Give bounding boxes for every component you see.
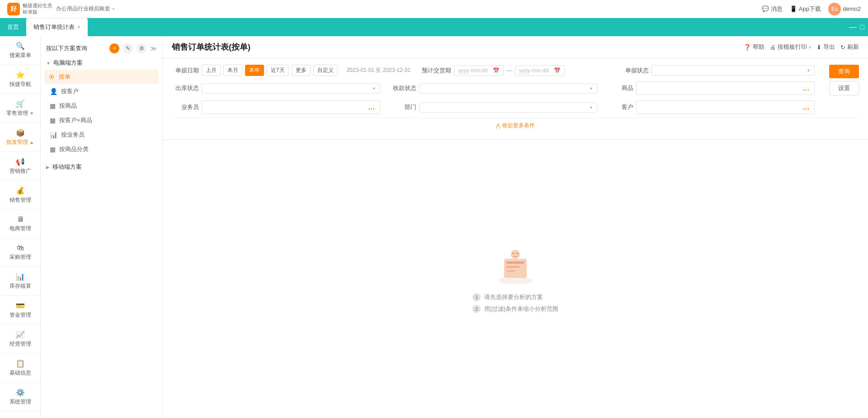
salesperson-input[interactable]: … — [202, 100, 380, 114]
finance-icon: 💳 — [0, 301, 40, 310]
sidebar-item-operation[interactable]: 📈 经营管理 — [0, 325, 40, 354]
message-icon: 💬 — [762, 5, 769, 12]
calendar-end-icon[interactable]: 📅 — [554, 67, 561, 74]
filter-main: 单据日期 上月 本月 本年 近7天 更多 自定义 — [172, 65, 815, 114]
logo-area: 好 畅捷通好生意 标准版 — [7, 3, 52, 15]
page-title: 销售订单统计表(按单) — [172, 42, 250, 52]
payment-status-select[interactable]: ▾ — [419, 83, 598, 94]
sidebar-item-search[interactable]: 🔍 搜索菜单 — [0, 36, 40, 65]
date-btn-custom[interactable]: 自定义 — [313, 65, 338, 76]
scheme-item-by-customer-goods[interactable]: ▦ 按客户+商品 — [44, 113, 159, 128]
date-btn-more[interactable]: 更多 — [292, 65, 311, 76]
goods-more-icon[interactable]: … — [802, 84, 810, 92]
top-bar: 好 畅捷通好生意 标准版 办公用品行业模拟账套 ▾ 💬 消息 📱 App下载 E… — [0, 0, 868, 18]
customer-input[interactable]: … — [636, 100, 815, 114]
sidebar: 🔍 搜索菜单 ⭐ 快捷导航 🛒 零售管理 ▼ 📦 批发管理 ▲ 📢 营销推广 💰… — [0, 36, 41, 418]
sidebar-item-inventory[interactable]: 📊 库存核算 — [0, 267, 40, 296]
order-status-label: 单据状态 — [622, 66, 649, 75]
date-filter-group: 单据日期 上月 本月 本年 近7天 更多 自定义 — [172, 65, 338, 76]
app-download-button[interactable]: 📱 App下载 — [790, 5, 821, 13]
sidebar-item-enterprise[interactable]: 🏢 企业协同 — [0, 412, 40, 418]
svg-point-7 — [516, 252, 518, 254]
scheme-panel-title: 按以下方案查询 — [46, 44, 107, 52]
refresh-icon: ↻ — [840, 44, 845, 51]
date-range-display: 2023-01-01 至 2023-12-31 — [347, 66, 410, 74]
tab-home[interactable]: 首页 — [0, 18, 26, 36]
top-bar-left: 好 畅捷通好生意 标准版 办公用品行业模拟账套 ▾ — [7, 3, 115, 15]
sidebar-item-ecommerce[interactable]: 🖥 电商管理 — [0, 210, 40, 238]
scheme-panel-icons: + ✎ ⚙ ≫ — [109, 43, 157, 53]
delivery-status-group: 出库状态 ▾ — [172, 83, 380, 94]
maximize-icon[interactable]: □ — [860, 23, 864, 31]
collapse-filter-button[interactable]: ⋀ 收起更多条件 — [172, 118, 859, 133]
sidebar-item-finance[interactable]: 💳 资金管理 — [0, 296, 40, 325]
date-btn-this-year[interactable]: 本年 — [245, 65, 264, 76]
sidebar-item-marketing[interactable]: 📢 营销推广 — [0, 152, 40, 181]
expected-date-start[interactable]: yyyy-mm-dd 📅 — [454, 65, 504, 76]
top-bar-right: 💬 消息 📱 App下载 Ea demo2 — [762, 3, 861, 15]
customer-more-icon[interactable]: … — [802, 103, 810, 111]
sidebar-item-sales[interactable]: 💰 销售管理 — [0, 181, 40, 210]
scheme-settings-button[interactable]: ⚙ — [137, 43, 146, 53]
dept-select[interactable]: ▾ — [419, 102, 598, 113]
tab-bar-right: — □ — [849, 23, 868, 31]
scheme-item-by-category[interactable]: ▦ 按商品分类 — [44, 142, 159, 157]
scheme-item-by-salesperson[interactable]: 📊 按业务员 — [44, 128, 159, 142]
empty-state: 1 请先选择要分析的方案 2 用[过滤]条件来缩小分析范围 — [163, 140, 868, 418]
tab-close-icon[interactable]: × — [77, 24, 80, 30]
svg-rect-4 — [506, 270, 515, 272]
export-button[interactable]: ⬇ 导出 — [816, 43, 835, 51]
query-button[interactable]: 查询 — [829, 65, 859, 78]
message-button[interactable]: 💬 消息 — [762, 5, 783, 13]
minimize-icon[interactable]: — — [849, 23, 856, 31]
dept-group: 部门 ▾ — [389, 102, 598, 113]
print-button[interactable]: 🖨 按模板打印 ▾ — [770, 43, 811, 51]
tab-sales-order-stat[interactable]: 销售订单统计表 × — [26, 18, 88, 36]
sidebar-item-retail[interactable]: 🛒 零售管理 ▼ — [0, 94, 40, 123]
right-panel: 销售订单统计表(按单) ❓ 帮助 🖨 按模板打印 ▾ ⬇ 导出 — [163, 36, 868, 418]
sidebar-item-wholesale[interactable]: 📦 批发管理 ▲ — [0, 123, 40, 152]
scheme-edit-button[interactable]: ✎ — [123, 43, 133, 53]
scheme-item-by-goods[interactable]: ▦ 按商品 — [44, 99, 159, 113]
scheme-add-button[interactable]: + — [109, 43, 119, 53]
page-header-actions: ❓ 帮助 🖨 按模板打印 ▾ ⬇ 导出 ↻ 刷新 — [744, 43, 859, 51]
grid-icon: ▦ — [50, 102, 56, 109]
date-btn-7days[interactable]: 近7天 — [267, 65, 289, 76]
category-pc-label: 电脑端方案 — [53, 59, 83, 67]
sidebar-item-quick-nav[interactable]: ⭐ 快捷导航 — [0, 65, 40, 94]
scheme-collapse-button[interactable]: ≫ — [150, 45, 157, 52]
purchase-icon: 🛍 — [0, 244, 40, 252]
scheme-list-pc: 按单 👤 按客户 ▦ 按商品 ▦ 按客户+商品 — [41, 70, 162, 157]
goods-input[interactable]: … — [636, 81, 815, 95]
date-btn-last-month[interactable]: 上月 — [202, 65, 221, 76]
expected-date-label: 预计交货期 — [420, 66, 451, 75]
sidebar-item-system[interactable]: ⚙️ 系统管理 — [0, 383, 40, 412]
scheme-item-by-order[interactable]: 按单 — [44, 70, 159, 84]
retail-arrow: ▼ — [29, 111, 34, 116]
scheme-category-pc[interactable]: ▼ 电脑端方案 — [41, 56, 162, 70]
breadcrumb-arrow[interactable]: ▾ — [112, 6, 115, 12]
settings-button[interactable]: 设置 — [829, 81, 859, 95]
svg-point-5 — [511, 250, 520, 259]
filter-row-2: 出库状态 ▾ 收款状态 ▾ — [172, 81, 815, 95]
goods-label: 商品 — [606, 84, 633, 92]
salesperson-more-icon[interactable]: … — [368, 103, 375, 111]
svg-rect-2 — [506, 261, 524, 264]
category-arrow-icon: ▼ — [46, 61, 51, 66]
refresh-button[interactable]: ↻ 刷新 — [840, 43, 859, 51]
grid2-icon: ▦ — [50, 117, 56, 124]
sidebar-item-basic[interactable]: 📋 基础信息 — [0, 354, 40, 383]
calendar-start-icon[interactable]: 📅 — [493, 67, 500, 74]
order-status-select[interactable]: ▾ — [651, 65, 815, 76]
bar-chart-icon: 📊 — [50, 131, 57, 138]
user-menu[interactable]: Ea demo2 — [828, 3, 861, 15]
sidebar-item-purchase[interactable]: 🛍 采购管理 — [0, 238, 40, 267]
scheme-item-by-customer[interactable]: 👤 按客户 — [44, 84, 159, 99]
delivery-status-select[interactable]: ▾ — [202, 83, 380, 94]
edit-icon: ✎ — [126, 45, 130, 52]
expected-date-end[interactable]: yyyy-mm-dd 📅 — [515, 65, 565, 76]
date-btn-this-month[interactable]: 本月 — [223, 65, 242, 76]
help-button[interactable]: ❓ 帮助 — [744, 43, 764, 51]
help-icon: ❓ — [744, 44, 751, 51]
scheme-category-mobile[interactable]: ▶ 移动端方案 — [41, 160, 162, 174]
